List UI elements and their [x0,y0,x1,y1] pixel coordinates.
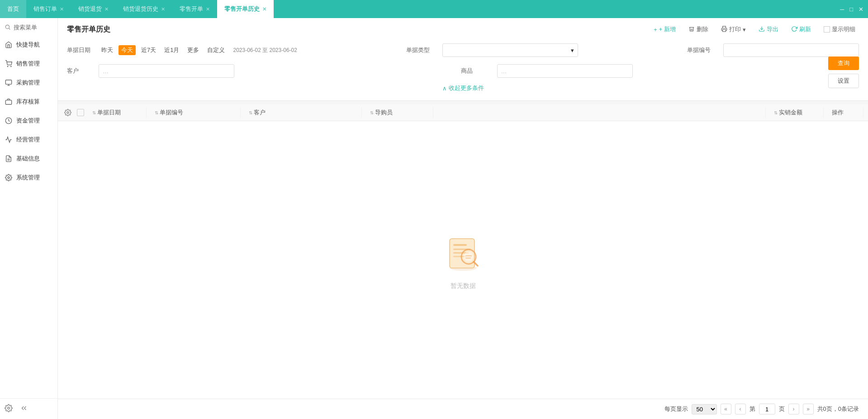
svg-point-12 [8,407,10,410]
sidebar: 搜索菜单 快捷导航 销售管理 [0,18,58,419]
page-next-btn[interactable]: › [788,404,799,414]
tab-retail-history-label: 零售开单历史 [224,5,260,13]
tab-sales-return-history[interactable]: 销货退货历史 ✕ [116,0,172,18]
tab-sales-order[interactable]: 销售订单 ✕ [26,0,71,18]
per-page-select[interactable]: 50 20 100 [692,404,717,414]
tab-sales-return-history-close[interactable]: ✕ [161,6,165,12]
date-opt-today[interactable]: 今天 [119,45,136,55]
customer-placeholder: … [103,68,109,75]
delete-button[interactable]: 删除 [685,24,712,35]
tab-retail-history[interactable]: 零售开单历史 ✕ [217,0,274,18]
add-button[interactable]: + + 新增 [650,24,679,35]
tab-home-label: 首页 [7,5,19,13]
col-header-amount[interactable]: ⇅ 实销金额 [769,107,824,118]
sidebar-item-system[interactable]: 系统管理 [0,168,57,187]
tab-sales-return-label: 销货退货 [78,5,102,13]
svg-rect-7 [5,100,11,104]
minimize-icon[interactable]: ─ [840,6,844,13]
svg-point-3 [11,66,11,66]
maximize-icon[interactable]: □ [849,6,853,13]
date-opt-more[interactable]: 更多 [185,45,202,55]
goods-placeholder: … [501,68,507,75]
tab-sales-return[interactable]: 销货退货 ✕ [71,0,116,18]
set-button[interactable]: 设置 [828,74,859,88]
print-icon [721,26,727,33]
toolbar-buttons: + + 新增 删除 [650,24,859,35]
col-header-customer[interactable]: ⇅ 客户 [244,107,362,118]
svg-rect-4 [5,80,11,84]
tab-retail-open-close[interactable]: ✕ [206,6,210,12]
sidebar-item-sales-label: 销售管理 [16,60,40,68]
print-dropdown-icon: ▾ [743,26,746,33]
type-select[interactable]: ▾ [442,43,578,57]
empty-text: 暂无数据 [451,282,476,290]
pagination: 每页显示 50 20 100 « ‹ 第 页 › » 共0页，0条记录 [58,399,868,419]
filter-area: 单据日期 昨天 今天 近7天 近1月 更多 自定义 2023-06-02 至 2… [67,41,859,100]
date-label: 单据日期 [67,46,99,54]
sort-icon-amount: ⇅ [774,110,778,115]
tab-retail-history-close[interactable]: ✕ [262,6,266,12]
sidebar-item-inventory-label: 库存核算 [16,98,40,106]
refresh-icon [791,26,797,33]
svg-point-11 [8,177,9,179]
sidebar-item-operations[interactable]: 经营管理 [0,130,57,149]
date-opt-7days[interactable]: 近7天 [138,45,159,55]
customer-input[interactable]: … [99,64,234,78]
sort-icon-guide: ⇅ [370,110,374,115]
refresh-label: 刷新 [799,25,811,33]
tab-sales-return-history-label: 销货退货历史 [123,5,158,13]
tab-home[interactable]: 首页 [0,0,26,18]
sidebar-item-basic-info[interactable]: 基础信息 [0,149,57,168]
goods-input[interactable]: … [497,64,633,78]
tab-retail-open[interactable]: 零售开单 ✕ [172,0,217,18]
page-last-btn[interactable]: » [803,404,814,414]
page-prev-btn[interactable]: ‹ [735,404,746,414]
tab-sales-return-close[interactable]: ✕ [104,6,109,12]
sidebar-search[interactable]: 搜索菜单 [0,18,57,35]
col-header-num[interactable]: ⇅ 单据编号 [150,107,241,118]
refresh-button[interactable]: 刷新 [787,24,815,35]
tab-sales-order-close[interactable]: ✕ [60,6,64,12]
svg-point-15 [67,112,69,113]
page-title: 零售开单历史 [67,25,110,34]
search-icon [5,24,11,32]
sidebar-bottom [0,398,57,419]
sort-icon-customer: ⇅ [249,110,252,115]
home-icon [5,41,13,49]
col-header-date[interactable]: ⇅ 单据日期 [88,107,147,118]
close-window-icon[interactable]: ✕ [859,6,863,13]
print-button[interactable]: 打印 ▾ [717,24,749,35]
date-range-text: 2023-06-02 至 2023-06-02 [233,47,297,54]
sidebar-item-sales-mgmt[interactable]: 销售管理 [0,54,57,73]
table-settings-icon[interactable] [62,107,73,118]
sidebar-item-quick-nav[interactable]: 快捷导航 [0,35,57,54]
num-input[interactable] [723,43,859,57]
page-first-btn[interactable]: « [721,404,731,414]
table-toolbar: ⇅ 单据日期 ⇅ 单据编号 ⇅ 客户 ⇅ 导购员 ⇅ 实销 [58,104,868,121]
page-title-row: 零售开单历史 + + 新增 删除 [67,24,859,35]
sidebar-item-finance[interactable]: 资金管理 [0,111,57,130]
sidebar-item-purchase-mgmt[interactable]: 采购管理 [0,73,57,92]
type-label: 单据类型 [406,46,442,54]
settings-bottom-icon[interactable] [5,404,13,414]
sidebar-item-finance-label: 资金管理 [16,117,40,125]
select-all-checkbox[interactable] [77,109,84,116]
svg-line-1 [9,28,10,29]
date-opt-custom[interactable]: 自定义 [204,45,228,55]
page-input[interactable] [759,404,775,414]
collapse-sidebar-icon[interactable] [20,404,28,414]
date-opt-1month[interactable]: 近1月 [161,45,182,55]
sidebar-item-basic-label: 基础信息 [16,155,40,163]
sort-icon-num: ⇅ [155,110,158,115]
export-button[interactable]: 导出 [755,24,782,35]
date-opt-yesterday[interactable]: 昨天 [99,45,116,55]
query-button[interactable]: 查询 [828,56,859,70]
sidebar-item-inventory[interactable]: 库存核算 [0,92,57,111]
sidebar-item-purchase-label: 采购管理 [16,79,40,87]
print-label: 打印 [729,25,741,33]
per-page-label: 每页显示 [664,405,688,413]
col-header-guide[interactable]: ⇅ 导购员 [365,107,433,118]
collapse-button[interactable]: ∧ 收起更多条件 [436,82,490,94]
top-right-controls: ─ □ ✕ [840,6,863,13]
show-detail-button[interactable]: 显示明细 [820,24,859,35]
